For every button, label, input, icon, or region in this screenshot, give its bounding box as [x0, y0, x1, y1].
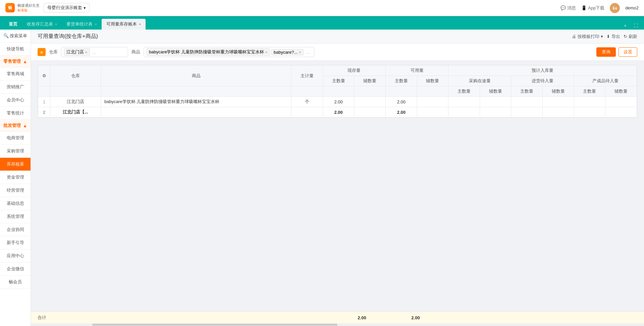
table-area: ⚙ 仓库 商品 主计量 现存量 可用量 预计入库量 主数量 辅数量: [31, 61, 644, 312]
sidebar-item-inventory[interactable]: 库存核算: [0, 158, 31, 171]
sidebar-system-mgmt-label: 系统管理: [7, 214, 24, 220]
product-tag-1[interactable]: babycare学饮杯 儿童防摔防撞吸管杯重力球吸嘴杯宝宝水杯 ×: [147, 48, 270, 56]
product-tag-1-close[interactable]: ×: [265, 50, 268, 55]
warehouse-tag-1[interactable]: 江北门店 ×: [64, 48, 90, 56]
message-btn[interactable]: 💬 消息: [560, 5, 576, 11]
th-avail-main: 主数量: [386, 76, 417, 86]
top-bar-right: 💬 消息 📱 App下载 Ea demo2: [560, 3, 639, 13]
th-empty-am: [386, 86, 417, 97]
tab-receipt-summary-label: 收发存汇总表: [27, 21, 53, 27]
tab-order-stats-close[interactable]: ×: [95, 22, 97, 26]
th-main-unit: 主计量: [291, 65, 323, 86]
row1-gp-aux: [543, 97, 574, 107]
sidebar-enterprise-collab-label: 企业协同: [7, 227, 24, 233]
message-icon: 💬: [560, 5, 566, 10]
industry-selector[interactable]: 母婴行业演示账套 ▾: [44, 3, 90, 12]
th-purchase-main: 主数量: [448, 86, 480, 97]
warehouse-tag-1-close[interactable]: ×: [85, 50, 88, 55]
product-more-dots[interactable]: ...: [305, 50, 311, 55]
row2-pp-aux: [605, 107, 637, 118]
tab-order-stats[interactable]: 要货单统计表 ×: [62, 19, 101, 30]
sidebar-search[interactable]: 🔍 搜索菜单: [0, 30, 31, 43]
tab-maximize-btn[interactable]: ⛶: [632, 21, 640, 30]
sidebar-item-finance[interactable]: 资金管理: [0, 171, 31, 184]
sidebar-item-member[interactable]: 会员中心: [0, 94, 31, 107]
tab-available-stock-close[interactable]: ×: [139, 22, 141, 26]
row2-avail-main: 2.00: [386, 107, 417, 118]
tab-home[interactable]: 首页: [4, 19, 22, 30]
product-filter-input[interactable]: babycare学饮杯 儿童防摔防撞吸管杯重力球吸嘴杯宝宝水杯 × babyca…: [144, 47, 314, 57]
sidebar-operations-label: 经营管理: [7, 187, 24, 193]
scrollbar-thumb[interactable]: [92, 324, 337, 326]
sidebar-item-marketing[interactable]: 营销推广: [0, 81, 31, 94]
sidebar-purchase-label: 采购管理: [7, 148, 24, 154]
tab-close-all-btn[interactable]: ×: [621, 21, 629, 30]
th-goods-aux: 辅数量: [543, 86, 574, 97]
query-btn[interactable]: 查询: [596, 47, 616, 57]
warehouse-more-dots[interactable]: ...: [91, 50, 98, 55]
sidebar-item-wholesale-mgmt[interactable]: 批发管理 ▲: [0, 120, 31, 132]
sidebar-member-label: 会员中心: [7, 97, 24, 103]
settings-btn[interactable]: 设置: [619, 47, 637, 57]
th-goods-pending-label: 进货待入量: [511, 76, 574, 86]
table-row: 1 江北门店 babycare学饮杯 儿童防摔防撞吸管杯重力球吸嘴杯宝宝水杯 个…: [38, 97, 637, 107]
logo-icon: 畅: [5, 3, 15, 12]
gear-icon[interactable]: ⚙: [42, 73, 46, 78]
sidebar-item-operations[interactable]: 经营管理: [0, 184, 31, 197]
row1-pp-aux: [605, 97, 637, 107]
app-download-btn[interactable]: 📱 App下载: [581, 5, 604, 11]
search-icon: 🔍: [3, 33, 9, 38]
sidebar-item-member2[interactable]: 畅会员: [0, 276, 31, 289]
product-tag-2[interactable]: babycare?... ×: [271, 49, 304, 55]
filter-expand-btn[interactable]: »: [38, 48, 46, 56]
table-wrap: ⚙ 仓库 商品 主计量 现存量 可用量 预计入库量 主数量 辅数量: [38, 65, 637, 118]
product-label: 商品: [131, 49, 140, 55]
sidebar-enterprise-wechat-label: 企业微信: [7, 266, 24, 272]
row1-avail-main: 2.00: [386, 97, 417, 107]
sidebar-item-retail-store[interactable]: 零售商城: [0, 67, 31, 81]
page-title: 可用量查询(按仓库+商品): [38, 33, 98, 40]
tab-receipt-summary-close[interactable]: ×: [55, 22, 57, 26]
row2-unit: [291, 107, 323, 118]
horizontal-scrollbar[interactable]: [31, 323, 644, 326]
sidebar-item-enterprise-collab[interactable]: 企业协同: [0, 223, 31, 236]
row2-product: [101, 107, 291, 118]
tab-receipt-summary[interactable]: 收发存汇总表 ×: [22, 19, 62, 30]
warehouse-filter-input[interactable]: 江北门店 × ...: [61, 47, 128, 57]
sidebar-item-retail-mgmt[interactable]: 零售管理 ▲: [0, 56, 31, 67]
sidebar-item-new-guide[interactable]: 新手引导: [0, 236, 31, 249]
sidebar-quick-nav[interactable]: 快捷导航: [0, 43, 31, 56]
sidebar-quick-nav-label: 快捷导航: [7, 46, 24, 51]
sidebar-item-retail-stats[interactable]: 零售统计: [0, 107, 31, 120]
sidebar-wholesale-mgmt-arrow: ▲: [23, 123, 27, 128]
export-label: 导出: [611, 34, 620, 40]
sidebar-item-ecommerce[interactable]: 电商管理: [0, 132, 31, 145]
export-btn[interactable]: ⬇ 导出: [606, 34, 620, 40]
tab-available-stock[interactable]: 可用量库存账本 ×: [102, 19, 146, 30]
sidebar-retail-stats-label: 零售统计: [7, 110, 24, 116]
refresh-btn[interactable]: ↻ 刷新: [624, 34, 637, 40]
logo-area: 畅 畅捷通好生意 标准版: [5, 3, 40, 12]
th-available: 可用量: [386, 65, 448, 76]
sidebar-item-basic-info[interactable]: 基础信息: [0, 197, 31, 210]
sidebar-item-purchase[interactable]: 采购管理: [0, 145, 31, 158]
row1-avail-aux: [417, 97, 448, 107]
th-gear: ⚙: [38, 65, 50, 86]
sidebar: 🔍 搜索菜单 快捷导航 零售管理 ▲ 零售商城 营销推广 会员中心 零售统计 批…: [0, 30, 31, 326]
avatar[interactable]: Ea: [610, 3, 620, 13]
sidebar-item-enterprise-wechat[interactable]: 企业微信: [0, 263, 31, 276]
warehouse-tag-1-text: 江北门店: [66, 49, 84, 55]
sidebar-member2-label: 畅会员: [9, 279, 22, 285]
row2-pt-main: [448, 107, 480, 118]
top-bar-left: 畅 畅捷通好生意 标准版 母婴行业演示账套 ▾: [5, 3, 90, 12]
th-empty-aa: [417, 86, 448, 97]
sidebar-item-app-center[interactable]: 应用中心: [0, 249, 31, 263]
sidebar-retail-mgmt-label: 零售管理: [3, 58, 21, 64]
sidebar-new-guide-label: 新手引导: [7, 240, 24, 246]
th-current-aux: 辅数量: [354, 76, 386, 86]
content-area: 可用量查询(按仓库+商品) 🖨 按模板打印 ▾ ⬇ 导出 ↻ 刷新 »: [31, 30, 644, 326]
print-btn[interactable]: 🖨 按模板打印 ▾: [572, 34, 603, 40]
sidebar-item-system-mgmt[interactable]: 系统管理: [0, 210, 31, 223]
product-tag-2-close[interactable]: ×: [299, 50, 301, 55]
app-download-label: App下载: [588, 5, 604, 11]
